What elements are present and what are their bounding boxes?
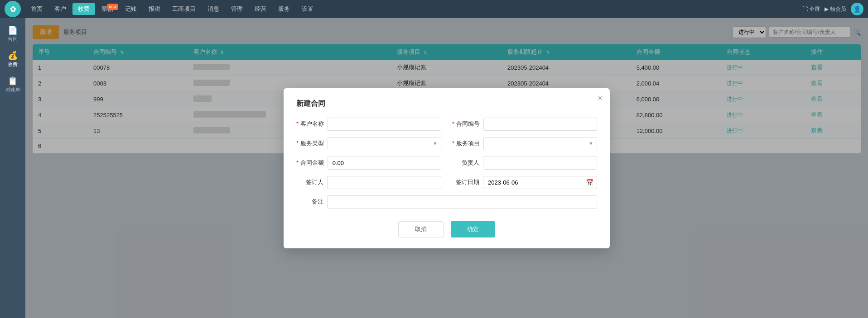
- sidebar-item-contract[interactable]: 📄 合同: [0, 23, 25, 46]
- remark-row: 备注: [296, 195, 597, 209]
- signer-label: 签订人: [296, 178, 323, 186]
- nav-items: 首页 客户 收费 票据 new 记账 报税 工商项目 消息 管理 经营 服务 设…: [25, 3, 802, 15]
- new-badge: new: [107, 4, 118, 10]
- statement-icon: 📋: [8, 77, 18, 85]
- contract-amount-input[interactable]: [328, 157, 441, 170]
- contract-no-label: 合同编号: [452, 120, 480, 128]
- cancel-button[interactable]: 取消: [398, 221, 444, 237]
- sign-date-wrapper: 📅: [483, 176, 597, 189]
- play-icon: ▶: [825, 6, 829, 12]
- confirm-button[interactable]: 确定: [451, 221, 495, 237]
- service-item-select[interactable]: [483, 137, 597, 150]
- contract-amount-label: 合同金额: [296, 159, 324, 167]
- sidebar-label-statement: 对账单: [5, 86, 20, 93]
- modal-overlay: 新建合同 × 客户名称 合同编号 服务类型: [25, 18, 868, 318]
- customer-name-input[interactable]: [328, 118, 441, 131]
- new-contract-modal: 新建合同 × 客户名称 合同编号 服务类型: [284, 88, 610, 248]
- billing-icon: 💰: [8, 52, 18, 60]
- contract-amount-row: 合同金额: [296, 157, 441, 170]
- nav-business[interactable]: 工商项目: [167, 3, 201, 15]
- sidebar: 📄 合同 💰 收费 📋 对账单: [0, 18, 25, 318]
- sign-date-input[interactable]: [483, 176, 597, 189]
- nav-settings[interactable]: 设置: [296, 3, 319, 15]
- contract-no-row: 合同编号: [452, 118, 597, 131]
- app-logo: ✿: [5, 1, 21, 17]
- service-type-select[interactable]: [328, 137, 441, 150]
- top-nav-right: ⛶ 全屏 ▶ 畅会员 👤: [802, 3, 863, 15]
- service-type-row: 服务类型 ▼: [296, 137, 441, 150]
- service-item-label: 服务项目: [452, 139, 480, 147]
- fullscreen-icon: ⛶: [802, 6, 808, 12]
- nav-home[interactable]: 首页: [25, 3, 48, 15]
- service-type-wrapper: ▼: [328, 137, 441, 150]
- contract-icon: 📄: [8, 26, 18, 34]
- logo-text: ✿: [10, 5, 16, 14]
- signer-input[interactable]: [327, 176, 441, 189]
- user-avatar[interactable]: 👤: [851, 3, 863, 15]
- member-button[interactable]: ▶ 畅会员: [825, 5, 846, 13]
- sidebar-item-statement[interactable]: 📋 对账单: [0, 73, 25, 97]
- remark-input[interactable]: [327, 195, 597, 209]
- top-navigation: ✿ 首页 客户 收费 票据 new 记账 报税 工商项目 消息 管理 经营 服务…: [0, 0, 868, 18]
- responsible-input[interactable]: [483, 157, 597, 170]
- nav-operation[interactable]: 经营: [249, 3, 272, 15]
- service-item-wrapper: ▼: [483, 137, 597, 150]
- modal-footer: 取消 确定: [296, 221, 597, 237]
- signer-row: 签订人: [296, 176, 441, 189]
- sign-date-row: 签订日期 📅: [452, 176, 597, 189]
- nav-manage[interactable]: 管理: [226, 3, 248, 15]
- form-grid: 客户名称 合同编号 服务类型 ▼: [296, 118, 597, 209]
- nav-customer[interactable]: 客户: [49, 3, 72, 15]
- nav-invoice[interactable]: 票据 new: [96, 3, 119, 15]
- sidebar-label-contract: 合同: [8, 36, 18, 43]
- customer-name-label: 客户名称: [296, 120, 324, 128]
- nav-billing[interactable]: 收费: [72, 3, 95, 15]
- responsible-row: 负责人: [452, 157, 597, 170]
- service-item-row: 服务项目 ▼: [452, 137, 597, 150]
- nav-tax[interactable]: 报税: [143, 3, 166, 15]
- nav-message[interactable]: 消息: [202, 3, 225, 15]
- responsible-label: 负责人: [452, 159, 479, 167]
- sign-date-label: 签订日期: [452, 178, 479, 186]
- sidebar-label-billing: 收费: [8, 61, 18, 68]
- nav-service[interactable]: 服务: [273, 3, 295, 15]
- calendar-icon: 📅: [586, 179, 593, 186]
- remark-label: 备注: [296, 198, 323, 206]
- contract-no-input[interactable]: [483, 118, 597, 131]
- nav-bookkeeping[interactable]: 记账: [120, 3, 142, 15]
- main-layout: 📄 合同 💰 收费 📋 对账单 新增 服务项目 进行中 已完成 已终止 🔍: [0, 18, 868, 318]
- modal-title: 新建合同: [296, 99, 597, 109]
- fullscreen-button[interactable]: ⛶ 全屏: [802, 5, 820, 13]
- modal-close-button[interactable]: ×: [598, 94, 603, 103]
- customer-name-row: 客户名称: [296, 118, 441, 131]
- sidebar-item-billing[interactable]: 💰 收费: [0, 48, 25, 71]
- main-content: 新增 服务项目 进行中 已完成 已终止 🔍 序号 合同编号: [25, 18, 868, 318]
- service-type-label: 服务类型: [296, 139, 324, 147]
